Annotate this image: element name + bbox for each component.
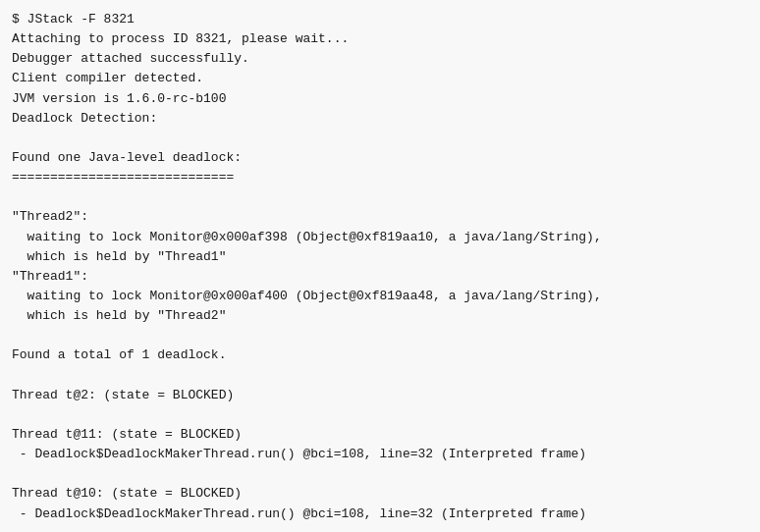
terminal-output: $ JStack -F 8321 Attaching to process ID… xyxy=(12,10,748,524)
